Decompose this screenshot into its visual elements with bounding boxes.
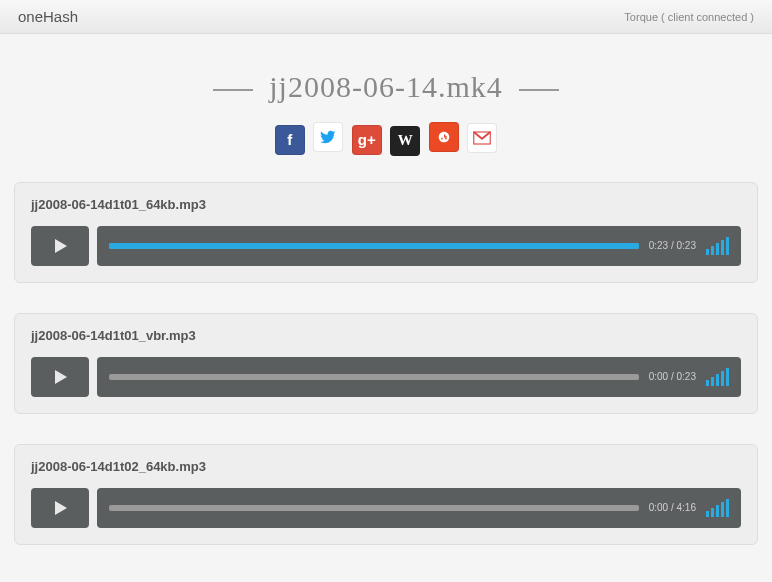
share-row: f g+ W <box>0 122 772 156</box>
title-section: jj2008-06-14.mk4 <box>0 34 772 122</box>
track-card: jj2008-06-14d1t01_vbr.mp3 0:00 / 0:23 <box>14 313 758 414</box>
volume-icon[interactable] <box>706 368 729 386</box>
play-button[interactable] <box>31 226 89 266</box>
twitter-icon[interactable] <box>313 122 343 152</box>
time-display: 0:23 / 0:23 <box>649 240 696 251</box>
svg-marker-2 <box>55 370 67 384</box>
page-title: jj2008-06-14.mk4 <box>197 70 575 104</box>
facebook-icon[interactable]: f <box>275 125 305 155</box>
track-card: jj2008-06-14d1t01_64kb.mp3 0:23 / 0:23 <box>14 182 758 283</box>
progress-track[interactable] <box>109 374 639 380</box>
time-display: 0:00 / 4:16 <box>649 502 696 513</box>
svg-marker-1 <box>55 239 67 253</box>
wordpress-icon[interactable]: W <box>390 126 420 156</box>
connection-status: Torque ( client connected ) <box>624 11 754 23</box>
app-header: oneHash Torque ( client connected ) <box>0 0 772 34</box>
svg-marker-3 <box>55 501 67 515</box>
time-display: 0:00 / 0:23 <box>649 371 696 382</box>
audio-player: 0:23 / 0:23 <box>31 226 741 266</box>
track-title: jj2008-06-14d1t02_64kb.mp3 <box>31 459 741 474</box>
progress-track[interactable] <box>109 243 639 249</box>
volume-icon[interactable] <box>706 237 729 255</box>
brand[interactable]: oneHash <box>18 8 78 25</box>
player-bar: 0:00 / 0:23 <box>97 357 741 397</box>
player-bar: 0:23 / 0:23 <box>97 226 741 266</box>
stumbleupon-icon[interactable] <box>429 122 459 152</box>
googleplus-icon[interactable]: g+ <box>352 125 382 155</box>
progress-track[interactable] <box>109 505 639 511</box>
player-bar: 0:00 / 4:16 <box>97 488 741 528</box>
volume-icon[interactable] <box>706 499 729 517</box>
audio-player: 0:00 / 0:23 <box>31 357 741 397</box>
play-button[interactable] <box>31 488 89 528</box>
track-card: jj2008-06-14d1t02_64kb.mp3 0:00 / 4:16 <box>14 444 758 545</box>
audio-player: 0:00 / 4:16 <box>31 488 741 528</box>
progress-fill <box>109 243 639 249</box>
track-title: jj2008-06-14d1t01_64kb.mp3 <box>31 197 741 212</box>
gmail-icon[interactable] <box>467 123 497 153</box>
play-button[interactable] <box>31 357 89 397</box>
track-title: jj2008-06-14d1t01_vbr.mp3 <box>31 328 741 343</box>
